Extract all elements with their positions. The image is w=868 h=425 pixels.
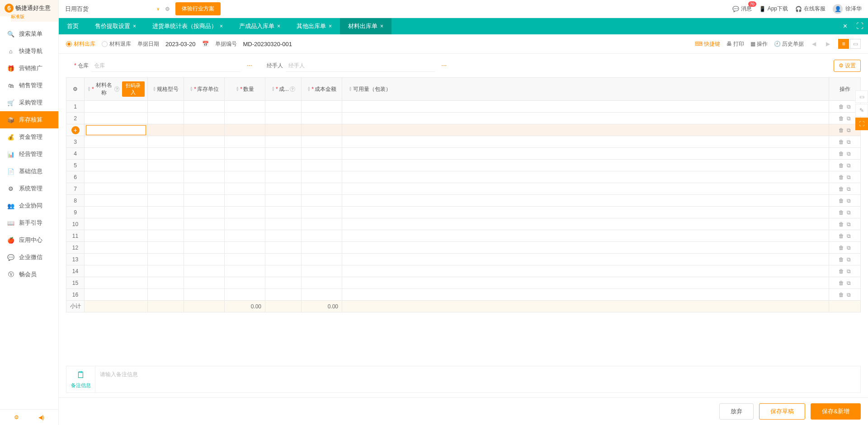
table-row[interactable]: 6🗑⧉ <box>66 171 861 183</box>
gear-icon[interactable]: ⚙ <box>165 6 170 12</box>
handler-input[interactable] <box>286 59 435 72</box>
delete-icon[interactable]: 🗑 <box>837 209 845 216</box>
delete-icon[interactable]: 🗑 <box>837 151 845 157</box>
col-available[interactable]: ▲▼可用量（包装） <box>342 78 829 101</box>
copy-icon[interactable]: ⧉ <box>845 186 852 192</box>
view-card-button[interactable]: ▭ <box>850 39 861 49</box>
col-cost[interactable]: ▲▼*成...? <box>265 78 302 101</box>
sidebar-item-6[interactable]: 💰资金管理 <box>0 128 58 146</box>
messages-button[interactable]: 💬 消息 70 <box>732 5 752 13</box>
table-row[interactable]: 16🗑⧉ <box>66 289 861 301</box>
date-value[interactable]: 2023-03-20 <box>165 41 196 47</box>
delete-icon[interactable]: 🗑 <box>837 198 845 204</box>
category-dropdown[interactable]: 日用百货 ∨ <box>65 5 160 13</box>
cta-button[interactable]: 体验行业方案 <box>175 2 221 15</box>
more-icon[interactable]: ⋯ <box>438 62 450 69</box>
radio-material-out[interactable]: 材料出库 <box>66 40 95 48</box>
history-button[interactable]: 🕘历史单据 <box>774 40 804 48</box>
view-list-button[interactable]: ≡ <box>838 39 849 49</box>
sidebar-item-7[interactable]: 📊经营管理 <box>0 146 58 163</box>
radio-material-return[interactable]: 材料退库 <box>102 40 131 48</box>
table-row[interactable]: +🗑⧉ <box>66 124 861 136</box>
copy-icon[interactable]: ⧉ <box>845 256 852 263</box>
col-spec[interactable]: ▲▼规格型号 <box>148 78 184 101</box>
table-row[interactable]: 5🗑⧉ <box>66 160 861 171</box>
table-row[interactable]: 11🗑⧉ <box>66 230 861 242</box>
sidebar-item-9[interactable]: ⚙系统管理 <box>0 180 58 197</box>
copy-icon[interactable]: ⧉ <box>845 233 852 239</box>
warehouse-input[interactable] <box>91 59 241 72</box>
copy-icon[interactable]: ⧉ <box>845 104 852 110</box>
table-row[interactable]: 1🗑⧉ <box>66 101 861 113</box>
copy-icon[interactable]: ⧉ <box>845 127 852 133</box>
col-unit[interactable]: ▲▼*库存单位 <box>184 78 225 101</box>
material-name-input[interactable] <box>86 125 146 135</box>
side-tool-2[interactable]: ✎ <box>855 104 868 117</box>
close-icon[interactable]: × <box>220 23 223 29</box>
delete-icon[interactable]: 🗑 <box>837 221 845 227</box>
col-material-name[interactable]: ▲▼*材料名称?扫码录入 <box>85 78 148 101</box>
scan-button[interactable]: 扫码录入 <box>122 81 145 97</box>
sidebar-item-8[interactable]: 📄基础信息 <box>0 163 58 180</box>
copy-icon[interactable]: ⧉ <box>845 139 852 145</box>
col-cost-amount[interactable]: ▲▼*成本金额 <box>302 78 342 101</box>
sidebar-item-13[interactable]: 💬企业微信 <box>0 249 58 266</box>
tab-3[interactable]: 产成品入库单× <box>231 18 288 34</box>
support-button[interactable]: 🎧 在线客服 <box>795 5 826 13</box>
shortcut-button[interactable]: ⌨快捷键 <box>695 40 720 48</box>
copy-icon[interactable]: ⧉ <box>845 198 852 204</box>
sidebar-item-5[interactable]: 📦库存核算 <box>0 111 58 128</box>
copy-icon[interactable]: ⧉ <box>845 115 852 122</box>
settings-button[interactable]: ⚙设置 <box>834 60 861 72</box>
table-row[interactable]: 9🗑⧉ <box>66 207 861 218</box>
sidebar-item-12[interactable]: 🍎应用中心 <box>0 231 58 249</box>
close-icon[interactable]: × <box>133 23 136 29</box>
side-tool-3[interactable]: ⛶ <box>855 118 868 130</box>
delete-icon[interactable]: 🗑 <box>837 292 845 298</box>
delete-icon[interactable]: 🗑 <box>837 174 845 180</box>
tab-expand[interactable]: ⛶ <box>852 22 868 30</box>
tab-2[interactable]: 进货单统计表（按商品）× <box>144 18 231 34</box>
copy-icon[interactable]: ⧉ <box>845 280 852 286</box>
delete-icon[interactable]: 🗑 <box>837 162 845 169</box>
prev-icon[interactable]: ◀ <box>810 41 818 47</box>
discard-button[interactable]: 放弃 <box>719 403 754 420</box>
help-icon[interactable]: ? <box>114 86 119 92</box>
delete-icon[interactable]: 🗑 <box>837 245 845 251</box>
remarks-input[interactable] <box>95 366 860 392</box>
copy-icon[interactable]: ⧉ <box>845 221 852 227</box>
table-row[interactable]: 15🗑⧉ <box>66 277 861 289</box>
table-row[interactable]: 7🗑⧉ <box>66 183 861 195</box>
delete-icon[interactable]: 🗑 <box>837 186 845 192</box>
tab-1[interactable]: 售价提取设置× <box>87 18 144 34</box>
more-icon[interactable]: ⋯ <box>243 62 256 69</box>
save-new-button[interactable]: 保存&新增 <box>811 403 861 420</box>
table-row[interactable]: 4🗑⧉ <box>66 148 861 160</box>
sidebar-item-0[interactable]: 🔍搜索菜单 <box>0 25 58 42</box>
col-settings[interactable]: ⚙ <box>66 78 85 101</box>
copy-icon[interactable]: ⧉ <box>845 151 852 157</box>
user-menu[interactable]: 👤 徐泽华 <box>833 4 862 14</box>
tab-0[interactable]: 首页 <box>59 18 87 34</box>
col-qty[interactable]: ▲▼*数量 <box>225 78 265 101</box>
delete-icon[interactable]: 🗑 <box>837 233 845 239</box>
next-icon[interactable]: ▶ <box>824 41 832 47</box>
delete-icon[interactable]: 🗑 <box>837 280 845 286</box>
sidebar-item-10[interactable]: 👥企业协同 <box>0 197 58 214</box>
delete-icon[interactable]: 🗑 <box>837 127 845 133</box>
table-row[interactable]: 12🗑⧉ <box>66 242 861 254</box>
delete-icon[interactable]: 🗑 <box>837 104 845 110</box>
help-icon[interactable]: ? <box>290 86 295 92</box>
table-row[interactable]: 3🗑⧉ <box>66 136 861 148</box>
save-draft-button[interactable]: 保存草稿 <box>759 403 805 420</box>
sidebar-item-3[interactable]: 🛍销售管理 <box>0 77 58 94</box>
print-button[interactable]: 🖶打印 <box>726 40 744 48</box>
tab-5[interactable]: 材料出库单× <box>340 18 392 34</box>
calendar-icon[interactable]: 📅 <box>202 41 209 47</box>
sidebar-item-14[interactable]: Ⓥ畅会员 <box>0 266 58 283</box>
copy-icon[interactable]: ⧉ <box>845 245 852 251</box>
collapse-icon[interactable]: ◀) <box>38 414 44 420</box>
tab-close-all[interactable]: × <box>839 22 852 30</box>
operate-button[interactable]: ▦操作 <box>750 40 768 48</box>
close-icon[interactable]: × <box>277 23 280 29</box>
